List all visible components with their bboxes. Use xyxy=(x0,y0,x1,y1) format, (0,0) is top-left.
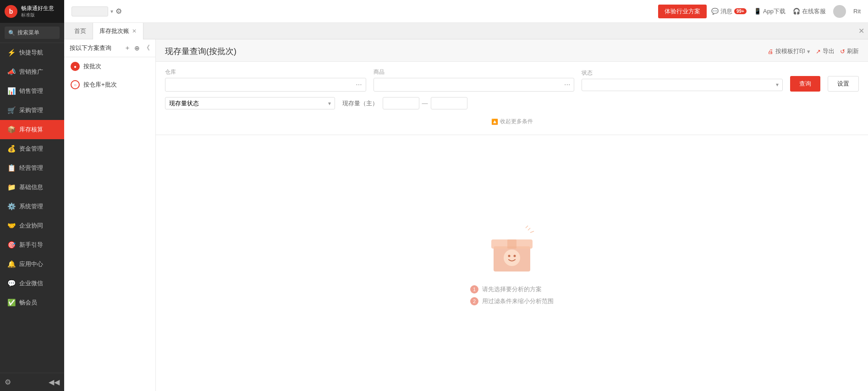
download-icon: 📱 xyxy=(754,8,761,15)
headset-icon: 🎧 xyxy=(793,8,800,15)
nav-label: 快捷导航 xyxy=(19,49,43,57)
scheme-by-batch[interactable]: ● 按批次 xyxy=(64,57,155,76)
export-icon: ↗ xyxy=(816,48,821,55)
status-label: 状态 xyxy=(582,69,783,77)
sidebar-item-finance[interactable]: 💰 资金管理 xyxy=(0,139,64,158)
sidebar-item-system[interactable]: ⚙️ 系统管理 xyxy=(0,197,64,216)
range-dash: — xyxy=(422,100,428,107)
sidebar-item-weixin[interactable]: 💬 企业微信 xyxy=(0,274,64,293)
empty-tips: 1 请先选择要分析的方案 2 用过滤条件来缩小分析范围 xyxy=(470,285,554,305)
trial-btn[interactable]: 体验行业方案 xyxy=(658,5,707,18)
sidebar-footer: ⚙ ◀◀ xyxy=(0,373,64,391)
topbar: ▾ ⚙ 体验行业方案 💬 消息 99+ 📱 App下载 🎧 在线客服 Rit xyxy=(64,0,868,23)
collapse-label: 收起更多条件 xyxy=(500,118,533,125)
export-btn[interactable]: ↗ 导出 xyxy=(816,47,835,55)
tip-text-1: 请先选择要分析的方案 xyxy=(482,285,542,293)
sidebar-item-newbie[interactable]: 🎯 新手引导 xyxy=(0,235,64,255)
breadcrumb: ▾ ⚙ xyxy=(71,6,654,16)
product-filter-group: 商品 ··· xyxy=(374,68,575,92)
add-scheme-btn[interactable]: ＋ xyxy=(124,44,131,52)
tab-close-icon[interactable]: ✕ xyxy=(132,28,137,34)
warehouse-input-wrap: ··· xyxy=(165,78,366,92)
status-filter-group: 状态 ▾ xyxy=(582,69,783,91)
filter-area: 仓库 ··· 商品 ··· 状态 xyxy=(156,62,868,135)
search-menu-btn[interactable]: 🔍 搜索菜单 xyxy=(5,27,60,39)
chevron-up-icon: 🔼 xyxy=(491,119,498,125)
nav-label: 库存核算 xyxy=(19,125,43,134)
sidebar-item-appstore[interactable]: 🔔 应用中心 xyxy=(0,255,64,274)
stock-status-select-wrap: 现存量状态 ▾ xyxy=(165,97,335,109)
newbie-icon: 🎯 xyxy=(7,241,16,249)
stock-status-select[interactable]: 现存量状态 xyxy=(169,100,326,107)
nav-label: 系统管理 xyxy=(19,202,43,211)
online-service-btn[interactable]: 🎧 在线客服 xyxy=(793,7,826,16)
sidebar-item-sales[interactable]: 📊 销售管理 xyxy=(0,81,64,101)
stock-main-min-input[interactable] xyxy=(383,97,419,109)
scheme-settings-btn[interactable]: ⊕ xyxy=(134,44,140,52)
filter-row-2: 现存量状态 ▾ 现存量（主） — xyxy=(165,97,859,109)
messages-label: 消息 xyxy=(720,7,732,16)
breadcrumb-input[interactable] xyxy=(71,6,108,16)
filter-settings-btn[interactable]: 设置 xyxy=(828,76,859,92)
search-label: 搜索菜单 xyxy=(17,29,39,37)
product-dots-btn[interactable]: ··· xyxy=(564,81,570,89)
right-content: 现存量查询(按批次) 🖨 按模板打印 ▾ ↗ 导出 ↺ 刷新 xyxy=(156,39,868,391)
sidebar-item-member[interactable]: ✅ 畅会员 xyxy=(0,293,64,312)
app-version: 标准版 xyxy=(21,12,54,18)
marketing-icon: 📣 xyxy=(7,68,16,76)
sidebar-header: b 畅康通好生意 标准版 xyxy=(0,0,64,23)
collapse-row[interactable]: 🔼 收起更多条件 xyxy=(165,115,859,128)
main-area: ▾ ⚙ 体验行业方案 💬 消息 99+ 📱 App下载 🎧 在线客服 Rit 首 xyxy=(64,0,868,391)
app-info: 畅康通好生意 标准版 xyxy=(21,5,54,19)
warehouse-filter-group: 仓库 ··· xyxy=(165,68,366,92)
warehouse-dots-btn[interactable]: ··· xyxy=(356,81,362,89)
stock-main-max-input[interactable] xyxy=(431,97,467,109)
empty-svg xyxy=(484,221,539,276)
product-input[interactable] xyxy=(378,81,562,88)
svg-line-6 xyxy=(528,228,530,230)
sidebar-item-purchase[interactable]: 🛒 采购管理 xyxy=(0,101,64,120)
empty-state: 1 请先选择要分析的方案 2 用过滤条件来缩小分析范围 xyxy=(156,135,868,391)
refresh-label: 刷新 xyxy=(847,47,859,55)
query-btn[interactable]: 查询 xyxy=(790,76,820,92)
sidebar-item-marketing[interactable]: 📣 营销推广 xyxy=(0,62,64,81)
warehouse-input[interactable] xyxy=(169,81,354,88)
export-label: 导出 xyxy=(823,47,835,55)
nav-label: 新手引导 xyxy=(19,241,43,249)
svg-point-5 xyxy=(514,255,516,257)
nav-label: 经营管理 xyxy=(19,164,43,172)
tab-close-global-btn[interactable]: ✕ xyxy=(858,27,864,35)
sidebar-item-operations[interactable]: 📋 经营管理 xyxy=(0,158,64,178)
status-select[interactable] xyxy=(586,81,774,88)
print-icon: 🖨 xyxy=(768,48,774,55)
nav-label: 畅会员 xyxy=(19,299,37,307)
topbar-right: 💬 消息 99+ 📱 App下载 🎧 在线客服 Rit xyxy=(711,5,861,18)
sidebar-item-quick-nav[interactable]: ⚡ 快捷导航 xyxy=(0,43,64,62)
enterprise-icon: 🤝 xyxy=(7,222,16,230)
ops-icon: 📋 xyxy=(7,164,16,172)
lightning-icon: ⚡ xyxy=(7,49,16,57)
messages-btn[interactable]: 💬 消息 99+ xyxy=(711,7,747,16)
messages-badge: 99+ xyxy=(734,8,747,14)
refresh-btn[interactable]: ↺ 刷新 xyxy=(840,47,859,55)
stock-status-filter-group: 现存量状态 ▾ xyxy=(165,97,335,109)
sidebar-item-enterprise[interactable]: 🤝 企业协同 xyxy=(0,216,64,235)
svg-line-8 xyxy=(530,231,534,233)
filter-row-1: 仓库 ··· 商品 ··· 状态 xyxy=(165,68,859,92)
collapse-panel-btn[interactable]: 《 xyxy=(143,44,150,52)
collapse-sidebar-btn[interactable]: ◀◀ xyxy=(49,378,60,386)
gear-icon[interactable]: ⚙ xyxy=(115,7,122,16)
scheme-by-warehouse-batch[interactable]: ○ 按仓库+批次 xyxy=(64,76,155,94)
print-btn[interactable]: 🖨 按模板打印 ▾ xyxy=(768,47,810,55)
status-select-wrap: ▾ xyxy=(582,79,783,91)
tip-text-2: 用过滤条件来缩小分析范围 xyxy=(482,297,554,305)
nav-label: 应用中心 xyxy=(19,260,43,268)
sidebar-item-inventory[interactable]: 📦 库存核算 xyxy=(0,120,64,139)
empty-illustration xyxy=(484,221,539,276)
settings-footer-btn[interactable]: ⚙ xyxy=(5,378,11,386)
chevron-down-icon: ▾ xyxy=(110,8,113,15)
tab-home[interactable]: 首页 xyxy=(68,23,93,39)
sidebar-item-basic[interactable]: 📁 基础信息 xyxy=(0,178,64,197)
app-download-btn[interactable]: 📱 App下载 xyxy=(754,7,786,16)
tab-batch-account[interactable]: 库存批次账 ✕ xyxy=(93,23,143,39)
